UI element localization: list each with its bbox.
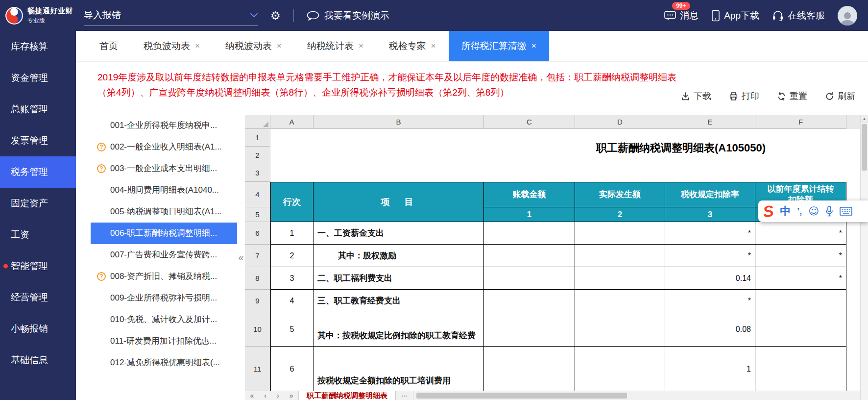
import-error-select[interactable]: 导入报错	[84, 5, 258, 26]
sidebar-item-payroll[interactable]: 工资	[0, 219, 76, 250]
cell-deduction-rate[interactable]: 0.14	[665, 267, 755, 290]
row-header-10[interactable]: 10	[245, 312, 270, 347]
cell-line-no[interactable]: 5	[270, 312, 313, 347]
cell-carryover[interactable]: *	[755, 222, 846, 245]
cell-amount-book[interactable]	[484, 347, 575, 391]
microphone-icon[interactable]	[825, 206, 833, 217]
horizontal-scrollbar-thumb[interactable]	[416, 393, 627, 399]
cell-amount-book[interactable]	[484, 245, 575, 267]
tab-tax-fluctuation[interactable]: 纳税波动表×	[213, 31, 294, 61]
column-header-A[interactable]: A	[270, 115, 313, 129]
header-line-no[interactable]: 行次	[270, 182, 313, 222]
report-item-012[interactable]: 012-减免所得税优惠明细表(...	[91, 352, 237, 374]
cell-amount-actual[interactable]	[575, 267, 665, 290]
sidebar-item-fixed-assets[interactable]: 固定资产	[0, 188, 76, 219]
last-sheet-icon[interactable]: »	[289, 392, 293, 399]
sidebar-item-basic-info[interactable]: 基础信息	[0, 345, 76, 376]
sidebar-item-smart-management[interactable]: 智能管理	[0, 250, 76, 282]
row-header-8[interactable]: 8	[245, 267, 270, 290]
column-header-D[interactable]: D	[575, 115, 665, 129]
report-item-001[interactable]: 001-企业所得税年度纳税申...	[91, 115, 237, 136]
online-service-button[interactable]: 在线客服	[772, 9, 825, 22]
cell-deduction-rate[interactable]: 1	[665, 347, 755, 391]
select-all-corner[interactable]	[245, 115, 270, 129]
tab-tax-expert[interactable]: 税检专家×	[376, 31, 449, 61]
emoji-icon[interactable]: ☺	[808, 205, 819, 217]
cell-amount-actual[interactable]	[575, 290, 665, 312]
cell-deduction-rate[interactable]: *	[665, 290, 755, 312]
close-icon[interactable]: ×	[531, 41, 536, 51]
refresh-button[interactable]: 刷新	[825, 77, 855, 115]
sidebar-item-tax[interactable]: 税务管理	[0, 156, 76, 188]
close-icon[interactable]: ×	[195, 41, 200, 51]
row-header-9[interactable]: 9	[245, 290, 270, 312]
report-item-008[interactable]: ?008-资产折旧、摊销及纳税...	[91, 266, 237, 287]
demo-link[interactable]: 我要看实例演示	[307, 9, 389, 22]
report-item-004[interactable]: 004-期间费用明细表(A1040...	[91, 179, 237, 201]
header-deduction-rate[interactable]: 税收规定扣除率	[665, 182, 755, 207]
cell-item[interactable]: 其中：股权激励	[313, 245, 484, 267]
tab-tax-burden[interactable]: 税负波动表×	[131, 31, 213, 61]
row-header-6[interactable]: 6	[245, 222, 270, 245]
column-header-F[interactable]: F	[755, 115, 846, 129]
help-icon[interactable]: ?	[97, 143, 106, 151]
tab-tax-statistics[interactable]: 纳税统计表×	[294, 31, 376, 61]
report-item-011[interactable]: 011-研发费用加计扣除优惠...	[91, 330, 237, 352]
cell-amount-book[interactable]	[484, 222, 575, 245]
cell-line-no[interactable]: 4	[270, 290, 313, 312]
sidebar-item-inventory[interactable]: 库存核算	[0, 31, 76, 62]
next-sheet-icon[interactable]: ›	[277, 392, 279, 399]
sogou-logo-icon[interactable]: S	[762, 201, 775, 221]
collapse-panel-handle[interactable]: «	[237, 115, 245, 400]
sidebar-item-operation[interactable]: 经营管理	[0, 282, 76, 313]
cell-amount-actual[interactable]	[575, 245, 665, 267]
cell-carryover[interactable]	[755, 312, 846, 347]
messages-button[interactable]: 99+ 消息	[664, 9, 699, 22]
cell-item[interactable]: 二、职工福利费支出	[313, 267, 484, 290]
report-item-009[interactable]: 009-企业所得税弥补亏损明...	[91, 287, 237, 309]
header-col-num-1[interactable]: 1	[484, 207, 575, 222]
cell-item[interactable]: 三、职工教育经费支出	[313, 290, 484, 312]
header-col-num-2[interactable]: 2	[575, 207, 665, 222]
sheet-tab[interactable]: 职工薪酬纳税调整明细表	[299, 391, 396, 400]
cell-line-no[interactable]: 2	[270, 245, 313, 267]
header-amount-actual[interactable]: 实际发生额	[575, 182, 665, 207]
sidebar-item-invoice[interactable]: 发票管理	[0, 125, 76, 156]
column-header-C[interactable]: C	[484, 115, 575, 129]
cell-item[interactable]: 其中：按税收规定比例扣除的职工教育经费	[313, 312, 484, 347]
cell-deduction-rate[interactable]: *	[665, 245, 755, 267]
cell-amount-book[interactable]	[484, 312, 575, 347]
row-header-11[interactable]: 11	[245, 347, 270, 391]
avatar[interactable]	[838, 6, 857, 25]
close-icon[interactable]: ×	[431, 41, 436, 51]
cell-item[interactable]: 按税收规定全额扣除的职工培训费用	[313, 347, 484, 391]
ime-language-toggle[interactable]: 中	[780, 204, 791, 219]
cell-item[interactable]: 一、工资薪金支出	[313, 222, 484, 245]
report-item-005[interactable]: 005-纳税调整项目明细表(A1...	[91, 201, 237, 223]
report-item-010[interactable]: 010-免税、减计收入及加计...	[91, 309, 237, 330]
sheet-tab-overflow[interactable]: ⋯	[396, 391, 413, 400]
horizontal-scrollbar[interactable]	[413, 391, 860, 400]
header-col-num-3[interactable]: 3	[665, 207, 755, 222]
gear-icon[interactable]: ⚙	[270, 9, 281, 22]
vertical-scrollbar-thumb[interactable]	[862, 124, 867, 171]
keyboard-icon[interactable]	[840, 207, 852, 216]
row-header-4[interactable]: 4	[245, 182, 270, 207]
help-icon[interactable]: ?	[97, 164, 106, 173]
cell-amount-actual[interactable]	[575, 312, 665, 347]
header-amount-book[interactable]: 账载金额	[484, 182, 575, 207]
cell-amount-actual[interactable]	[575, 222, 665, 245]
cell-line-no[interactable]: 3	[270, 267, 313, 290]
tab-income-tax-settlement[interactable]: 所得税汇算清缴×	[449, 31, 549, 61]
ime-punctuation-toggle[interactable]: ’,	[797, 206, 802, 217]
cell-deduction-rate[interactable]: *	[665, 222, 755, 245]
row-header-5[interactable]: 5	[245, 207, 270, 222]
cell-carryover[interactable]: *	[755, 245, 846, 267]
report-item-006[interactable]: 006-职工薪酬纳税调整明细...	[91, 223, 237, 244]
cell-carryover[interactable]: *	[755, 267, 846, 290]
cell-amount-actual[interactable]	[575, 347, 665, 391]
close-icon[interactable]: ×	[277, 41, 282, 51]
column-header-E[interactable]: E	[665, 115, 755, 129]
cell-carryover[interactable]	[755, 347, 846, 391]
prev-sheet-icon[interactable]: ‹	[264, 392, 266, 399]
